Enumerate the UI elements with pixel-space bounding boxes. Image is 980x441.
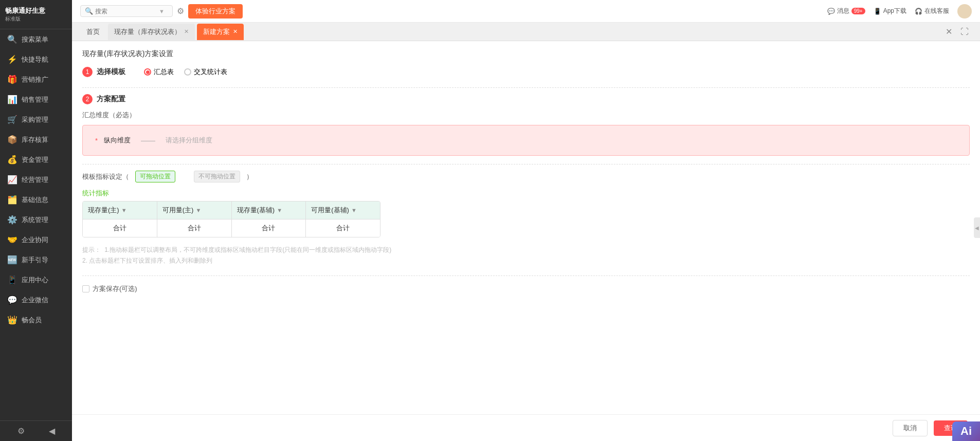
- sidebar-item-new-user[interactable]: 🆕 新手引导: [0, 250, 72, 270]
- message-badge: 99+: [851, 8, 865, 14]
- stats-table-row: 合计 合计 合计 合计: [83, 219, 380, 237]
- window-expand-btn[interactable]: ⛶: [957, 27, 972, 36]
- chevron-down-icon-0[interactable]: ▼: [121, 207, 127, 213]
- collapse-icon: ◀: [975, 225, 979, 231]
- crown-icon: 👑: [7, 315, 17, 325]
- stats-section: 统计指标 现存量(主) ▼ 可用量(主) ▼: [82, 189, 970, 237]
- online-service-btn[interactable]: 🎧 在线客服: [915, 7, 949, 15]
- search-icon: 🔍: [7, 34, 17, 44]
- divider-2: [82, 164, 970, 164]
- gift-icon: 🎁: [7, 75, 17, 84]
- ai-badge[interactable]: Ai: [952, 421, 980, 441]
- stats-col-0-label: 现存量(主): [88, 206, 119, 215]
- sidebar-item-enterprise[interactable]: 🤝 企业协同: [0, 230, 72, 250]
- sidebar-item-purchase[interactable]: 🛒 采购管理: [0, 109, 72, 130]
- sidebar-item-sales[interactable]: 📊 销售管理: [0, 89, 72, 109]
- message-icon: 💬: [827, 8, 835, 15]
- sidebar-item-label: 系统管理: [22, 215, 48, 225]
- sidebar-item-base-info[interactable]: 🗂️ 基础信息: [0, 190, 72, 210]
- tip-2-text: 2. 点击标题栏下拉可设置排序、插入列和删除列: [82, 257, 212, 264]
- step2-number: 2: [82, 94, 93, 104]
- topbar-search-area[interactable]: 🔍 ▼: [80, 5, 173, 17]
- stats-col-2[interactable]: 现存量(基辅) ▼: [232, 201, 306, 219]
- step2-section: 2 方案配置 汇总维度（必选） * 纵向维度 —— 请选择分组维度: [82, 94, 970, 265]
- sidebar-item-wechat[interactable]: 💬 企业微信: [0, 290, 72, 310]
- tab-bar: 首页 现存量（库存状况表） ✕ 新建方案 ✕ ✕ ⛶: [72, 23, 980, 41]
- stats-col-3-label: 可用量(基辅): [311, 206, 349, 215]
- page-title: 现存量(库存状况表)方案设置: [82, 49, 970, 59]
- cancel-button[interactable]: 取消: [893, 420, 928, 436]
- topbar-right: 💬 消息 99+ 📱 App下载 🎧 在线客服: [827, 4, 972, 19]
- step1-number: 1: [82, 67, 93, 77]
- chevron-down-icon-1[interactable]: ▼: [195, 207, 201, 213]
- settings-icon[interactable]: ⚙: [17, 426, 25, 436]
- radio-cross[interactable]: 交叉统计表: [184, 67, 227, 77]
- window-close-btn[interactable]: ✕: [942, 27, 955, 36]
- stats-col-1[interactable]: 可用量(主) ▼: [157, 201, 232, 219]
- stats-cell-2: 合计: [232, 219, 306, 237]
- sidebar-item-marketing[interactable]: 🎁 营销推广: [0, 69, 72, 89]
- gear-icon: ⚙️: [7, 215, 17, 225]
- message-btn[interactable]: 💬 消息 99+: [827, 7, 865, 15]
- app-name: 畅康通好生意: [5, 6, 67, 15]
- step1-label: 选择模板: [97, 67, 125, 77]
- industry-btn[interactable]: 体验行业方案: [188, 4, 243, 19]
- tab-inventory[interactable]: 现存量（库存状况表） ✕: [108, 24, 195, 40]
- lightning-icon: ⚡: [7, 54, 17, 64]
- sidebar-search-label: 搜索菜单: [22, 35, 48, 44]
- sidebar-item-label: 销售管理: [22, 95, 48, 104]
- app-download-btn[interactable]: 📱 App下载: [874, 7, 906, 15]
- aggregate-dim-section: 汇总维度（必选） * 纵向维度 —— 请选择分组维度: [82, 111, 970, 156]
- tab-home[interactable]: 首页: [80, 24, 106, 40]
- settings-icon[interactable]: ⚙: [177, 6, 184, 16]
- sidebar-item-label: 经营管理: [22, 175, 48, 185]
- chevron-down-icon-3[interactable]: ▼: [351, 207, 357, 213]
- sidebar-item-label: 畅会员: [22, 316, 42, 325]
- radio-summary[interactable]: 汇总表: [144, 67, 174, 77]
- step1-section: 1 选择模板 汇总表 交叉统计表: [82, 67, 970, 77]
- sidebar-item-operations[interactable]: 📈 经营管理: [0, 170, 72, 190]
- main-area: 🔍 ▼ ⚙ 体验行业方案 💬 消息 99+ 📱 App下载 🎧 在线客服: [72, 0, 980, 441]
- sidebar-item-label: 基础信息: [22, 195, 48, 205]
- radio-cross-dot: [184, 68, 191, 76]
- indicator-fixed-badge: 不可拖动位置: [194, 171, 240, 182]
- tip-1-prefix: 提示：: [82, 246, 101, 253]
- chevron-down-icon-2[interactable]: ▼: [277, 207, 282, 213]
- sidebar-item-label: 企业微信: [22, 296, 48, 305]
- sidebar-item-search[interactable]: 🔍 搜索菜单: [0, 29, 72, 49]
- cart-icon: 🛒: [7, 115, 17, 124]
- money-icon: 💰: [7, 155, 17, 164]
- stats-col-1-label: 可用量(主): [162, 206, 194, 215]
- stats-cell-0: 合计: [83, 219, 157, 237]
- sidebar-item-sys-manage[interactable]: ⚙️ 系统管理: [0, 210, 72, 230]
- tab-new-scheme-close[interactable]: ✕: [233, 28, 238, 35]
- topbar-search-input[interactable]: [95, 8, 157, 15]
- tip-1: 提示： 1.拖动标题栏可以调整布局，不可跨维度或指标区域拖动栏目字段(只能在同一…: [82, 246, 970, 254]
- sidebar-item-label: 应用中心: [22, 275, 48, 285]
- dimension-area[interactable]: * 纵向维度 —— 请选择分组维度: [82, 125, 970, 156]
- tab-new-scheme[interactable]: 新建方案 ✕: [197, 24, 244, 40]
- tab-inventory-close[interactable]: ✕: [184, 28, 189, 35]
- stats-col-0[interactable]: 现存量(主) ▼: [83, 201, 157, 219]
- footer-bar: 取消 查询: [72, 414, 980, 441]
- save-option: 方案保存(可选): [82, 284, 970, 293]
- save-option-label: 方案保存(可选): [93, 284, 137, 293]
- sidebar-item-member[interactable]: 👑 畅会员: [0, 310, 72, 330]
- sidebar-item-quick-nav[interactable]: ⚡ 快捷导航: [0, 49, 72, 69]
- stats-table: 现存量(主) ▼ 可用量(主) ▼ 现存量(基辅) ▼: [82, 201, 380, 237]
- collapse-sidebar-icon[interactable]: ◀: [49, 426, 55, 436]
- collapse-handle[interactable]: ◀: [974, 217, 980, 238]
- sidebar-item-inventory[interactable]: 📦 库存核算: [0, 130, 72, 150]
- phone-icon: 📱: [7, 275, 17, 285]
- tips-section: 提示： 1.拖动标题栏可以调整布局，不可跨维度或指标区域拖动栏目字段(只能在同一…: [82, 246, 970, 265]
- sidebar-item-app-center[interactable]: 📱 应用中心: [0, 270, 72, 290]
- user-avatar[interactable]: [957, 4, 972, 19]
- sidebar-item-finance[interactable]: 💰 资金管理: [0, 150, 72, 170]
- dropdown-icon[interactable]: ▼: [159, 8, 165, 14]
- sidebar-item-label: 企业协同: [22, 235, 48, 245]
- step2-label: 方案配置: [97, 95, 125, 104]
- stats-table-header: 现存量(主) ▼ 可用量(主) ▼ 现存量(基辅) ▼: [83, 201, 380, 219]
- stats-col-3[interactable]: 可用量(基辅) ▼: [306, 201, 380, 219]
- indicator-settings-row: 模板指标设定（ 可拖动位置 不可拖动位置 ）: [82, 171, 970, 182]
- save-checkbox[interactable]: [82, 285, 89, 292]
